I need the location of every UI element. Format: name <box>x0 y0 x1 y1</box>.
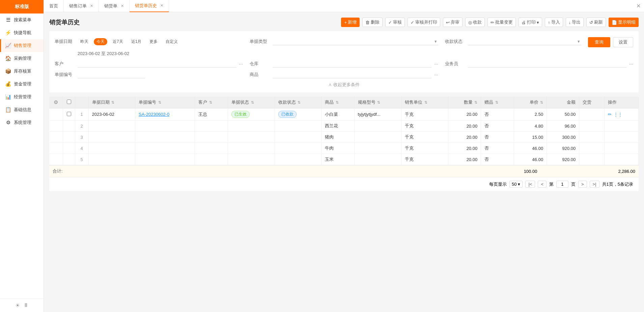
last-page-button[interactable]: >| <box>590 181 599 188</box>
tab-sales-delivery-close[interactable]: ✕ <box>121 4 124 8</box>
tab-sales-delivery-label: 销货单 <box>104 3 117 9</box>
col-amount-label: 金额 <box>567 100 576 105</box>
new-button[interactable]: + 新增 <box>341 18 360 27</box>
cell-quantity: 20.00 <box>448 154 481 165</box>
export-button[interactable]: ↓ 导出 <box>566 18 584 27</box>
cell-collect-status <box>275 154 321 165</box>
page-header: 销货单历史 + 新增 🗑 删除 ✓ 审核 ✓ 审核并打印 <box>49 18 639 27</box>
settings-button[interactable]: 设置 <box>613 37 633 47</box>
cell-gift: 否 <box>481 121 514 132</box>
filter-doc-type: 单据类型 ▾ <box>250 38 438 45</box>
col-doc-date-sort-icon[interactable]: ⇅ <box>111 100 114 104</box>
collect-button[interactable]: ◎ 收款 <box>465 18 485 27</box>
date-tag-today[interactable]: 今天 <box>94 38 107 45</box>
customer-input[interactable] <box>78 60 236 68</box>
cell-gift: 否 <box>481 108 514 121</box>
sidebar-item-inventory[interactable]: 📦 库存核算 <box>0 65 44 78</box>
tab-bar-close-all[interactable]: ✕ <box>636 3 644 9</box>
prev-page-button[interactable]: < <box>538 181 547 188</box>
more-ops-icon[interactable]: ⋮⋮ <box>614 112 622 117</box>
import-button[interactable]: ↑ 导入 <box>545 18 563 27</box>
cell-spec <box>354 154 401 165</box>
customer-more-icon[interactable]: ··· <box>239 61 243 67</box>
doc-type-select[interactable]: ▾ <box>273 38 438 45</box>
salesperson-more-icon[interactable]: ··· <box>629 61 633 67</box>
page-size-select[interactable]: 50 ▾ <box>509 181 523 188</box>
collect-status-select[interactable]: ▾ <box>468 38 581 45</box>
col-customer-sort-icon[interactable]: ⇅ <box>209 100 212 104</box>
edit-icon[interactable]: ✏ <box>608 112 612 117</box>
tab-sales-history-close[interactable]: ✕ <box>160 3 163 8</box>
sidebar-item-sales-mgmt[interactable]: 📈 销售管理 <box>0 39 44 52</box>
tab-sales-delivery[interactable]: 销货单 ✕ <box>99 0 130 12</box>
table-footer: 合计: 100.00 2,286.00 <box>49 165 639 177</box>
col-quantity-sort-icon[interactable]: ⇅ <box>474 100 477 104</box>
date-tag-7days[interactable]: 近7天 <box>110 38 126 45</box>
row-checkbox[interactable] <box>67 112 71 116</box>
sidebar-item-sys-mgmt[interactable]: ⚙ 系统管理 <box>0 116 44 129</box>
collapse-conditions[interactable]: ∧ 收起更多条件 <box>55 82 633 88</box>
refresh-button[interactable]: ↺ 刷新 <box>586 18 606 27</box>
col-goods-sort-icon[interactable]: ⇅ <box>336 100 339 104</box>
sidebar-item-finance-mgmt[interactable]: 💰 资金管理 <box>0 78 44 90</box>
cell-doc-date <box>88 143 135 154</box>
cell-settings <box>49 121 63 132</box>
date-tag-more[interactable]: 更多 <box>147 38 160 45</box>
col-collect-status-sort-icon[interactable]: ⇅ <box>298 100 301 104</box>
audit-button[interactable]: ✓ 审核 <box>385 18 405 27</box>
sidebar-collapse-icon[interactable]: ☀ <box>15 302 20 309</box>
sidebar-item-ops-mgmt[interactable]: 📊 经营管理 <box>0 90 44 103</box>
doc-type-arrow-icon: ▾ <box>435 39 437 44</box>
cell-doc-no: SA-20230602-0 <box>135 108 195 121</box>
delete-button[interactable]: 🗑 删除 <box>362 18 383 27</box>
col-operation-header: 操作 <box>604 97 638 108</box>
first-page-button[interactable]: |< <box>525 181 535 188</box>
sidebar-item-basic-info[interactable]: 📋 基础信息 <box>0 103 44 116</box>
sidebar-item-quick-nav[interactable]: ⚡ 快捷导航 <box>0 26 44 39</box>
print-button[interactable]: 🖨 打印 ▾ <box>519 18 542 27</box>
cell-customer: 王总 <box>195 108 228 121</box>
doc-no-link[interactable]: SA-20230602-0 <box>139 112 169 117</box>
page-input[interactable] <box>556 181 568 188</box>
tab-sales-order[interactable]: 销售订单 ✕ <box>64 0 99 12</box>
sidebar-pause-icon[interactable]: ⏸ <box>23 302 29 309</box>
batch-change-button[interactable]: ✏ 批量变更 <box>487 18 516 27</box>
col-doc-status-sort-icon[interactable]: ⇅ <box>251 100 254 104</box>
date-tag-custom[interactable]: 自定义 <box>163 38 180 45</box>
col-unit-price-sort-icon[interactable]: ⇅ <box>540 100 543 104</box>
col-sales-unit-sort-icon[interactable]: ⇅ <box>424 100 427 104</box>
col-gift-sort-icon[interactable]: ⇅ <box>495 100 498 104</box>
goods-input[interactable] <box>273 71 431 78</box>
col-spec-sort-icon[interactable]: ⇅ <box>377 100 380 104</box>
filter-row-1: 单据日期 昨天 今天 近7天 近1月 更多 自定义 单据类型 ▾ <box>55 36 633 47</box>
col-settings-icon[interactable]: ⚙ <box>54 99 58 105</box>
select-all-checkbox[interactable] <box>67 100 71 104</box>
date-tag-1month[interactable]: 近1月 <box>129 38 144 45</box>
warehouse-input[interactable] <box>273 60 431 68</box>
tab-sales-order-close[interactable]: ✕ <box>90 4 93 8</box>
sidebar-item-search-menu[interactable]: ☰ 搜索菜单 <box>0 14 44 26</box>
cell-unit-price: 15.00 <box>514 132 547 143</box>
show-detail-button[interactable]: 📄 显示明细 <box>609 18 639 27</box>
goods-more-icon[interactable]: ··· <box>434 72 438 77</box>
col-collect-status-label: 收款状态 <box>278 100 296 105</box>
doc-no-input[interactable] <box>78 71 145 78</box>
next-page-button[interactable]: > <box>578 181 587 188</box>
page-title: 销货单历史 <box>49 18 80 26</box>
page-label: 第 <box>549 181 554 187</box>
discard-button[interactable]: ↩ 弃审 <box>443 18 463 27</box>
sidebar-item-purchase-mgmt[interactable]: 🏠 采购管理 <box>0 52 44 65</box>
col-doc-no-sort-icon[interactable]: ⇅ <box>158 100 161 104</box>
col-doc-status-header: 单据状态 ⇅ <box>228 97 275 108</box>
date-tag-yesterday[interactable]: 昨天 <box>78 38 91 45</box>
tab-sales-history[interactable]: 销货单历史 ✕ <box>130 0 169 12</box>
footer-total-qty: 100.00 <box>524 169 537 174</box>
salesperson-input[interactable] <box>468 60 627 68</box>
audit-print-button[interactable]: ✓ 审核并打印 <box>408 18 440 27</box>
warehouse-more-icon[interactable]: ··· <box>434 61 438 67</box>
query-button[interactable]: 查询 <box>588 37 610 47</box>
search-menu-icon: ☰ <box>5 17 11 23</box>
cell-settings <box>49 143 63 154</box>
cell-amount: 920.00 <box>547 143 579 154</box>
tab-home[interactable]: 首页 <box>44 0 64 12</box>
